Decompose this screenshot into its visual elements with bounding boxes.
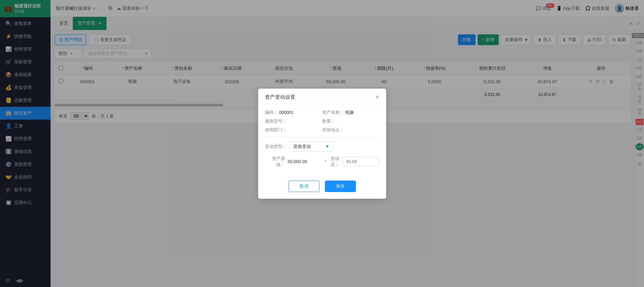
- original-value-label: 资产原值：: [265, 156, 285, 168]
- asset-change-dialog: 资产变动设置 ✕ 编码： 000001 资产名称： 电脑 规格型号： 数量：: [258, 89, 386, 199]
- dialog-name-item: 资产名称： 电脑: [322, 109, 379, 116]
- change-type-select[interactable]: 原值变动 ▼: [289, 141, 333, 152]
- modal-overlay[interactable]: 资产变动设置 ✕ 编码： 000001 资产名称： 电脑 规格型号： 数量：: [0, 0, 644, 287]
- dialog-quantity-item: 数量：: [322, 118, 379, 124]
- dialog-title: 资产变动设置: [265, 94, 295, 100]
- dialog-header: 资产变动设置 ✕: [258, 89, 386, 104]
- dialog-model-label: 规格型号：: [265, 119, 287, 124]
- change-type-value: 原值变动: [293, 144, 311, 150]
- dialog-original-value-field: 资产原值： 50,000.00 * 变动后：: [265, 156, 379, 168]
- change-type-chevron-icon: ▼: [325, 144, 330, 149]
- required-star: *: [325, 159, 327, 164]
- dialog-department-label: 使用部门：: [265, 127, 287, 132]
- after-value-input[interactable]: [342, 157, 379, 166]
- cancel-button[interactable]: 取消: [288, 181, 319, 192]
- dialog-name-label: 资产名称：: [322, 110, 344, 115]
- after-label: 变动后：: [331, 156, 340, 168]
- dialog-quantity-label: 数量：: [322, 119, 335, 124]
- dialog-change-type-field: 变动类型： 原值变动 ▼: [265, 141, 379, 152]
- dialog-code-value: 000001: [279, 110, 294, 115]
- save-button[interactable]: 保存: [325, 181, 356, 192]
- dialog-code-label: 编码：: [265, 110, 278, 115]
- dialog-footer: 取消 保存: [258, 177, 386, 199]
- change-type-label: 变动类型：: [265, 144, 287, 150]
- original-value-value: 50,000.00: [288, 159, 318, 164]
- dialog-code-item: 编码： 000001: [265, 109, 322, 116]
- dialog-storage-item: 存放地点：: [322, 127, 379, 133]
- dialog-info-grid: 编码： 000001 资产名称： 电脑 规格型号： 数量： 使用部门：: [265, 109, 379, 137]
- dialog-name-value: 电脑: [345, 110, 354, 115]
- dialog-storage-label: 存放地点：: [322, 127, 344, 132]
- dialog-model-item: 规格型号：: [265, 118, 322, 124]
- dialog-department-item: 使用部门：: [265, 127, 322, 133]
- dialog-close-icon[interactable]: ✕: [375, 94, 379, 100]
- dialog-body: 编码： 000001 资产名称： 电脑 规格型号： 数量： 使用部门：: [258, 104, 386, 177]
